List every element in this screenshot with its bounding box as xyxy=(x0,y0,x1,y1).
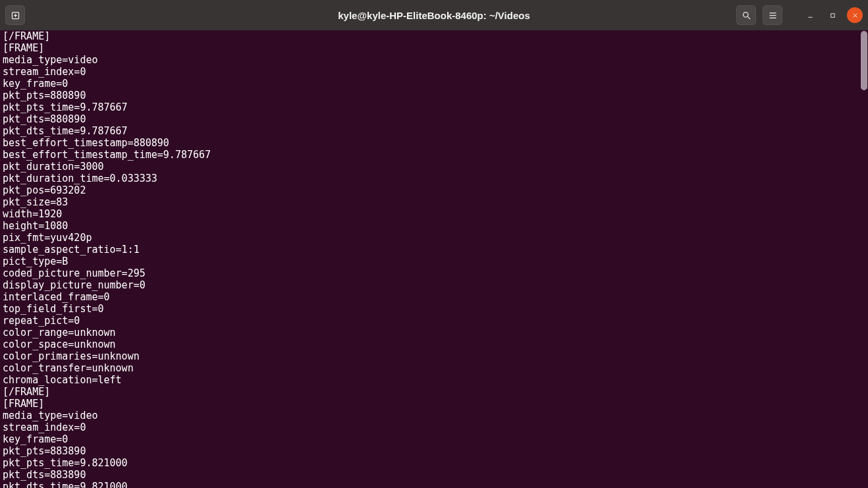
hamburger-icon xyxy=(768,11,778,20)
new-tab-icon xyxy=(11,11,20,20)
svg-line-4 xyxy=(747,16,750,19)
maximize-icon xyxy=(829,12,836,19)
close-icon xyxy=(852,12,859,19)
new-tab-button[interactable] xyxy=(5,5,25,25)
search-button[interactable] xyxy=(736,5,756,25)
minimize-button[interactable] xyxy=(802,7,818,23)
terminal-output[interactable]: [/FRAME] [FRAME] media_type=video stream… xyxy=(0,30,868,488)
svg-point-3 xyxy=(743,12,748,17)
scrollbar-track[interactable] xyxy=(860,30,868,488)
close-button[interactable] xyxy=(847,7,863,23)
svg-rect-9 xyxy=(830,13,834,17)
maximize-button[interactable] xyxy=(825,7,840,23)
minimize-icon xyxy=(807,12,814,19)
scrollbar-thumb[interactable] xyxy=(861,31,867,90)
titlebar: kyle@kyle-HP-EliteBook-8460p: ~/Videos xyxy=(0,0,868,30)
hamburger-menu-button[interactable] xyxy=(763,5,782,25)
search-icon xyxy=(742,11,751,20)
terminal-viewport: [/FRAME] [FRAME] media_type=video stream… xyxy=(0,30,868,488)
